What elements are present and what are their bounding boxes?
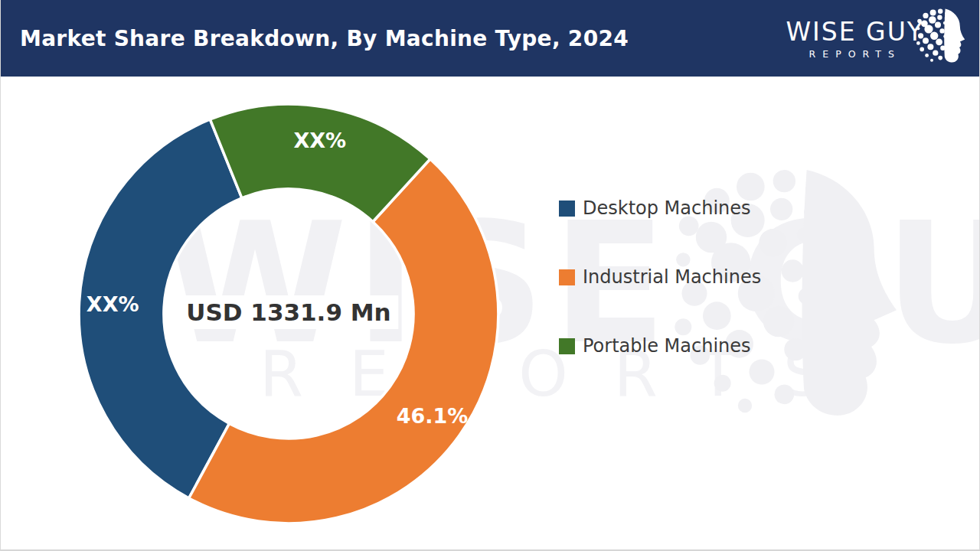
legend-label: Industrial Machines [583,269,761,285]
legend-swatch [559,201,575,217]
legend-label: Portable Machines [583,337,751,354]
donut-center-value: USD 1331.9 Mn [178,295,398,329]
chart-legend: Desktop Machines Industrial Machines Por… [559,200,761,354]
legend-item-industrial-machines: Industrial Machines [559,269,761,285]
legend-item-desktop-machines: Desktop Machines [559,200,761,217]
legend-item-portable-machines: Portable Machines [559,337,761,354]
page-title: Market Share Breakdown, By Machine Type,… [20,26,629,51]
legend-swatch [559,338,575,354]
slice-label: XX% [293,129,346,152]
logo-wordmark-sub: REPORTS [786,48,924,60]
slice-label: XX% [87,292,139,316]
legend-label: Desktop Machines [583,200,751,217]
header: Market Share Breakdown, By Machine Type,… [1,0,979,77]
legend-swatch [559,269,575,285]
logo-wordmark: WISE GUY REPORTS [786,17,924,60]
wise-guy-logo: WISE GUY REPORTS [786,8,969,69]
logo-wordmark-main: WISE GUY [786,17,924,47]
market-share-infographic: Market Share Breakdown, By Machine Type,… [0,0,980,551]
